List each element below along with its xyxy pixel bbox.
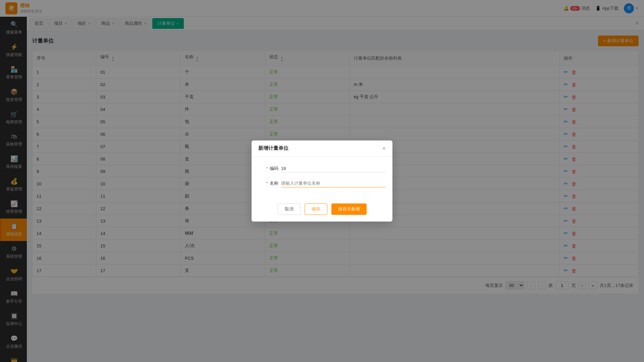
modal-header: 新增计量单位 ×	[252, 140, 392, 157]
form-row-code: * 编码	[258, 165, 386, 173]
save-and-new-button[interactable]: 保存并新增	[331, 203, 367, 215]
modal-overlay[interactable]: 新增计量单位 × * 编码 * 名称 取消 保存 保存并新增	[0, 0, 644, 362]
modal-title: 新增计量单位	[258, 145, 288, 152]
cancel-button[interactable]: 取消	[278, 203, 301, 215]
code-input[interactable]	[281, 165, 386, 173]
required-mark-name: *	[266, 181, 268, 186]
modal-footer: 取消 保存 保存并新增	[252, 199, 392, 222]
modal-body: * 编码 * 名称	[252, 157, 392, 199]
form-row-name: * 名称	[258, 179, 386, 187]
form-code-label: * 编码	[258, 166, 278, 172]
add-unit-modal: 新增计量单位 × * 编码 * 名称 取消 保存 保存并新增	[252, 140, 392, 222]
save-button[interactable]: 保存	[305, 203, 327, 215]
modal-close-button[interactable]: ×	[382, 145, 386, 152]
form-name-label: * 名称	[258, 180, 278, 186]
name-input[interactable]	[281, 179, 386, 187]
required-mark-code: *	[266, 166, 268, 171]
